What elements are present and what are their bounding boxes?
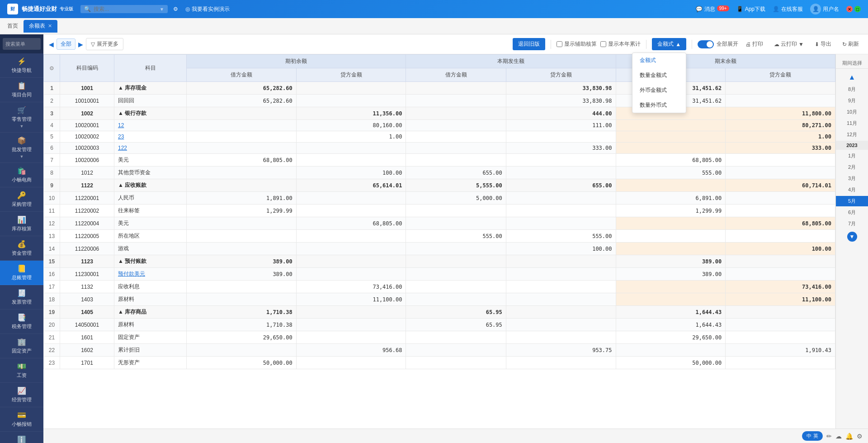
month-item-12[interactable]: 12月 [836, 129, 868, 140]
cloud-icon[interactable]: ☁ [835, 433, 842, 440]
cp-debit-cell [406, 82, 506, 95]
sidebar-item-expense[interactable]: 💳 小畅报销 [0, 407, 43, 432]
filter-forward-icon[interactable]: ▶ [78, 41, 83, 48]
finance-icon: 💰 [17, 240, 26, 248]
cb-credit-cell: 11,800.00 [726, 107, 835, 120]
sidebar-item-project[interactable]: 📋 项目合同 [0, 78, 43, 102]
sidebar-item-wholesale[interactable]: 📦 批发管理 ▼ [0, 133, 43, 163]
month-item-6[interactable]: 6月 [836, 207, 868, 218]
show-year-cumulative-checkbox[interactable]: 显示本年累计 [600, 40, 641, 48]
maximize-btn[interactable]: □ [854, 6, 861, 12]
cb-credit-cell [726, 230, 835, 243]
sidebar-item-ecommerce[interactable]: 🛍️ 小畅电商 [0, 163, 43, 187]
month-item-2[interactable]: 2月 [836, 162, 868, 172]
tab-balance-sheet[interactable]: 余额表 ✕ [24, 20, 57, 33]
toggle-control[interactable] [698, 40, 714, 48]
cloud-print-btn[interactable]: ☁ 云打印 ▼ [770, 38, 807, 50]
expand-more-btn[interactable]: ▽ 展开更多 [86, 38, 123, 50]
month-item-3[interactable]: 3月 [836, 173, 868, 184]
row-num: 7 [44, 154, 60, 167]
month-item-1[interactable]: 1月 [836, 151, 868, 161]
row-num: 17 [44, 281, 60, 293]
sidebar-item-operations[interactable]: 📈 经营管理 [0, 383, 43, 407]
show-auxiliary-checkbox[interactable]: 显示辅助核算 [557, 40, 597, 48]
right-panel-down-arrow[interactable]: ▼ [845, 230, 859, 243]
col-settings[interactable]: ⚙ [44, 55, 60, 82]
cb-debit-cell: 68,805.00 [616, 154, 726, 167]
ob-debit-cell [187, 243, 297, 255]
ob-credit-cell [296, 319, 406, 331]
right-panel-up-arrow[interactable]: ▲ [847, 71, 858, 83]
col-current-period: 本期发生额 [406, 55, 616, 68]
sidebar-item-quick-nav[interactable]: ⚡ 快捷导航 [0, 53, 43, 78]
cp-debit-cell [406, 357, 506, 369]
settings-icon[interactable]: ⚙ [857, 433, 863, 440]
ob-debit-cell: 1,710.38 [187, 306, 297, 319]
sidebar-item-tax[interactable]: 📑 税务管理 [0, 310, 43, 334]
sidebar-item-invoice[interactable]: 🧾 发票管理 [0, 285, 43, 310]
sidebar-item-payroll[interactable]: 💵 工资 [0, 358, 43, 383]
expand-all-toggle[interactable]: 全部展开 [698, 40, 738, 48]
back-to-old-btn[interactable]: 退回旧版 [513, 38, 545, 50]
close-btn[interactable]: ✕ [846, 6, 853, 12]
demo-link[interactable]: ◎ 我要看实例演示 [185, 5, 230, 13]
month-item-4[interactable]: 4月 [836, 185, 868, 195]
subject-code-cell: 10020003 [60, 143, 114, 154]
cb-credit-cell [726, 205, 835, 217]
month-item-11[interactable]: 11月 [836, 118, 868, 129]
sidebar-item-inventory[interactable]: 📊 库存核算 [0, 212, 43, 236]
cp-debit-cell [406, 143, 506, 154]
message-btn[interactable]: 💬 消息 99+ [696, 5, 729, 13]
sidebar-item-label: 经营管理 [12, 396, 32, 403]
sidebar-item-label: 小畅报销 [12, 421, 32, 428]
notification-icon[interactable]: 🔔 [845, 433, 853, 440]
sidebar-item-ledger[interactable]: 📒 总账管理 [0, 261, 43, 285]
filter-back-icon[interactable]: ◀ [49, 41, 54, 48]
amount-style-container: 金额式 ▲ 金额式 数量金额式 外币金额式 数量外币式 [652, 38, 686, 50]
zh-en-toggle[interactable]: 中 英 [802, 431, 823, 441]
month-item-8[interactable]: 8月 [836, 84, 868, 95]
subject-name-cell: ▲ 预付账款 [114, 255, 187, 268]
user-avatar[interactable]: 👤 用户名 [810, 4, 839, 14]
tab-home[interactable]: 首页 [4, 20, 22, 33]
month-item-9[interactable]: 9月 [836, 95, 868, 106]
ob-credit-cell: 11,356.00 [296, 107, 406, 120]
sidebar-item-retail[interactable]: 🛒 零售管理 ▼ [0, 102, 43, 133]
ob-debit-cell: 389.00 [187, 255, 297, 268]
month-item-5[interactable]: 5月 [836, 196, 868, 206]
sidebar-item-purchase[interactable]: 🔑 采购管理 [0, 187, 43, 212]
month-item-7[interactable]: 7月 [836, 219, 868, 229]
subject-name-cell: 原材料 [114, 293, 187, 306]
quick-nav-icon: ⚡ [17, 57, 26, 66]
table-row: 15 1123 ▲ 预付账款 389.00 389.00 [44, 255, 835, 268]
sidebar-item-finance[interactable]: 💰 资金管理 [0, 236, 43, 261]
dropdown-item-amount[interactable]: 金额式 [632, 53, 686, 68]
cb-credit-cell [726, 357, 835, 369]
subject-code-cell: 1123 [60, 255, 114, 268]
edit-icon[interactable]: ✏ [826, 433, 832, 440]
top-search-input[interactable] [94, 6, 157, 12]
sidebar-item-fixed-assets[interactable]: 🏢 固定资产 [0, 334, 43, 358]
tab-close-icon[interactable]: ✕ [48, 23, 52, 29]
dropdown-item-qty-foreign[interactable]: 数量外币式 [632, 98, 686, 113]
online-service-btn[interactable]: 👤 在线客服 [773, 5, 803, 13]
ob-credit-cell [296, 268, 406, 281]
cp-credit-cell: 333.00 [506, 143, 616, 154]
search-bar[interactable]: 🔍 ▼ [80, 5, 168, 13]
project-icon: 📋 [17, 81, 26, 90]
table-settings-icon[interactable]: ⚙ [49, 65, 54, 71]
ob-debit-cell [187, 217, 297, 230]
app-download-btn[interactable]: 📱 App下载 [736, 5, 765, 13]
ob-credit-cell: 73,416.00 [296, 281, 406, 293]
cp-debit-cell [406, 217, 506, 230]
print-btn[interactable]: 🖨 打印 [742, 38, 767, 50]
dropdown-item-foreign-amount[interactable]: 外币金额式 [632, 83, 686, 98]
month-item-10[interactable]: 10月 [836, 107, 868, 117]
settings-top-icon[interactable]: ⚙ [173, 6, 178, 12]
export-btn[interactable]: ⬇ 导出 [811, 38, 835, 50]
dropdown-item-qty-amount[interactable]: 数量金额式 [632, 68, 686, 83]
amount-style-btn[interactable]: 金额式 ▲ [652, 38, 686, 50]
sidebar-search-input[interactable] [3, 38, 41, 50]
refresh-btn[interactable]: ↻ 刷新 [839, 38, 863, 50]
sidebar-item-basic-info[interactable]: ℹ️ 基础信息 [0, 432, 43, 443]
